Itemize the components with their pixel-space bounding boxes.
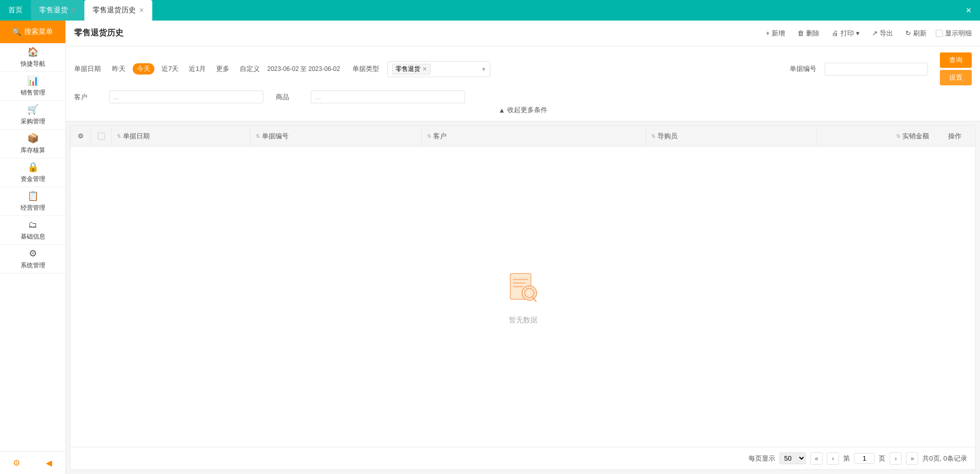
bill-type-tag-close[interactable]: ✕ (422, 66, 427, 72)
bill-type-tag-value: 零售退货 (396, 65, 420, 74)
empty-text: 暂无数据 (509, 316, 538, 325)
sidebar-item-quick-nav[interactable]: 🏠 快捷导航 (0, 43, 65, 72)
filter-row-2: 客户 ... 商品 ... (74, 90, 972, 103)
new-button-label: + 新增 (766, 29, 785, 38)
customer-input[interactable]: ... (109, 90, 263, 103)
goods-input[interactable]: ... (311, 90, 465, 103)
next-page-icon: › (895, 455, 897, 462)
sidebar-item-purchase-mgmt[interactable]: 🛒 采购管理 (0, 101, 65, 130)
page-size-label: 每页显示 (749, 454, 775, 463)
goods-label: 商品 (276, 93, 307, 102)
content: 零售退货历史 + 新增 🗑 删除 🖨 打印 ▾ ↗ 导出 (66, 21, 980, 474)
page-number-input[interactable] (854, 453, 875, 464)
print-button[interactable]: 🖨 打印 ▾ (829, 27, 863, 40)
collapse-btn[interactable]: ▲ 收起更多条件 (74, 105, 972, 115)
pagination: 每页显示 50 10 20 100 « ‹ 第 页 › (70, 447, 975, 469)
th-checkbox[interactable] (91, 126, 112, 146)
th-action-label: 操作 (948, 132, 961, 141)
ops-icon: 📋 (27, 190, 39, 202)
export-button[interactable]: ↗ 导出 (869, 27, 896, 40)
sidebar-search[interactable]: 🔍 搜索菜单 (0, 21, 65, 43)
date-filter-label: 单据日期 (74, 64, 105, 74)
th-amount-sort-icon: ⇅ (896, 133, 900, 139)
tab-home-label: 首页 (8, 6, 23, 15)
close-tab-retail-return[interactable]: ✕ (71, 7, 76, 14)
th-date[interactable]: ⇅ 单据日期 (112, 126, 251, 146)
filter-area: 单据日期 昨天 今天 近7天 近1月 更多 自定义 2023-06-02 至 2… (66, 46, 980, 121)
inventory-icon: 📦 (27, 133, 39, 144)
th-customer-label: 客户 (433, 132, 447, 141)
th-bill-no[interactable]: ⇅ 单据编号 (251, 126, 421, 146)
settings-query-button[interactable]: 设置 (940, 70, 972, 85)
sidebar-item-label: 销售管理 (21, 88, 45, 97)
tab-home[interactable]: 首页 (0, 0, 31, 21)
delete-button[interactable]: 🗑 删除 (794, 27, 823, 40)
date-opt-more[interactable]: 更多 (213, 63, 233, 75)
th-checkbox-icon (98, 133, 105, 140)
print-button-label: 打印 (841, 29, 854, 38)
tab-retail-return-history[interactable]: 零售退货历史 ✕ (84, 0, 152, 21)
prev-page-icon: ‹ (832, 455, 834, 462)
date-filter: 单据日期 昨天 今天 近7天 近1月 更多 自定义 2023-06-02 至 2… (74, 63, 340, 75)
th-customer[interactable]: ⇅ 客户 (422, 126, 646, 146)
th-amount[interactable]: ⇅ 实销金额 (817, 126, 934, 146)
bill-type-filter: 单据类型 零售退货 ✕ ▾ (352, 61, 777, 77)
new-button[interactable]: + 新增 (763, 27, 788, 40)
sidebar-item-sys-mgmt[interactable]: ⚙ 系统管理 (0, 245, 65, 274)
th-action: 操作 (934, 126, 975, 146)
bill-type-label: 单据类型 (352, 64, 383, 74)
tab-retail-return-history-label: 零售退货历史 (93, 6, 136, 15)
page-word: 第 (843, 454, 850, 463)
export-icon: ↗ (872, 29, 878, 37)
sidebar-item-inventory[interactable]: 📦 库存核算 (0, 130, 65, 158)
empty-state: 暂无数据 (70, 147, 975, 447)
last-page-btn[interactable]: » (906, 452, 918, 465)
customer-filter: 客户 ... (74, 90, 263, 103)
show-detail-checkbox[interactable]: 显示明细 (936, 29, 972, 38)
page-header: 零售退货历史 + 新增 🗑 删除 🖨 打印 ▾ ↗ 导出 (66, 21, 980, 46)
th-guide[interactable]: ⇅ 导购员 (646, 126, 817, 146)
page-size-select[interactable]: 50 10 20 100 (779, 452, 806, 464)
toggle-sidebar-btn[interactable]: ◀ (33, 452, 66, 474)
th-amount-label: 实销金额 (902, 132, 929, 141)
sidebar-bottom: ⚙ ◀ (0, 451, 65, 474)
query-set-group: 查询 设置 (940, 52, 972, 85)
sidebar-item-basic-info[interactable]: 🗂 基础信息 (0, 216, 65, 245)
collapse-label: 收起更多条件 (507, 105, 547, 115)
date-opt-yesterday[interactable]: 昨天 (109, 63, 129, 75)
search-icon: 🔍 (12, 28, 21, 36)
tab-retail-return[interactable]: 零售退货 ✕ (31, 0, 84, 21)
sidebar-item-finance[interactable]: 🔒 资金管理 (0, 158, 65, 187)
date-opt-last7[interactable]: 近7天 (158, 63, 182, 75)
query-button[interactable]: 查询 (940, 52, 972, 68)
collapse-up-icon: ▲ (498, 106, 505, 114)
customer-placeholder: ... (114, 93, 119, 101)
date-opt-last-month[interactable]: 近1月 (186, 63, 209, 75)
refresh-button-label: 刷新 (913, 29, 926, 38)
print-icon: 🖨 (832, 29, 839, 37)
show-detail-label: 显示明细 (945, 29, 972, 38)
close-tab-retail-return-history[interactable]: ✕ (139, 7, 144, 14)
bill-type-select[interactable]: 零售退货 ✕ ▾ (387, 61, 490, 77)
top-bar-close[interactable]: ✕ (966, 6, 980, 14)
bill-no-filter: 单据编号 (790, 63, 928, 76)
first-page-btn[interactable]: « (810, 452, 823, 465)
next-page-btn[interactable]: › (889, 452, 902, 465)
main-layout: 🔍 搜索菜单 🏠 快捷导航 📊 销售管理 🛒 采购管理 📦 库存核算 🔒 资金管… (0, 21, 980, 474)
prev-page-btn[interactable]: ‹ (827, 452, 839, 465)
quick-nav-icon: 🏠 (27, 46, 39, 58)
settings-bottom-btn[interactable]: ⚙ (0, 452, 33, 474)
sys-icon: ⚙ (29, 248, 37, 259)
delete-icon: 🗑 (797, 29, 804, 37)
sidebar-item-label: 系统管理 (21, 261, 45, 270)
goods-placeholder: ... (315, 93, 321, 101)
bill-no-input[interactable] (825, 63, 928, 76)
date-opt-today[interactable]: 今天 (133, 63, 154, 75)
sidebar-item-sales-mgmt[interactable]: 📊 销售管理 (0, 72, 65, 101)
last-page-icon: » (911, 455, 914, 462)
th-guide-label: 导购员 (657, 132, 678, 141)
sidebar-item-ops-mgmt[interactable]: 📋 经营管理 (0, 187, 65, 216)
date-opt-custom[interactable]: 自定义 (237, 63, 263, 75)
refresh-button[interactable]: ↻ 刷新 (902, 27, 930, 40)
th-settings[interactable]: ⚙ (70, 126, 91, 146)
